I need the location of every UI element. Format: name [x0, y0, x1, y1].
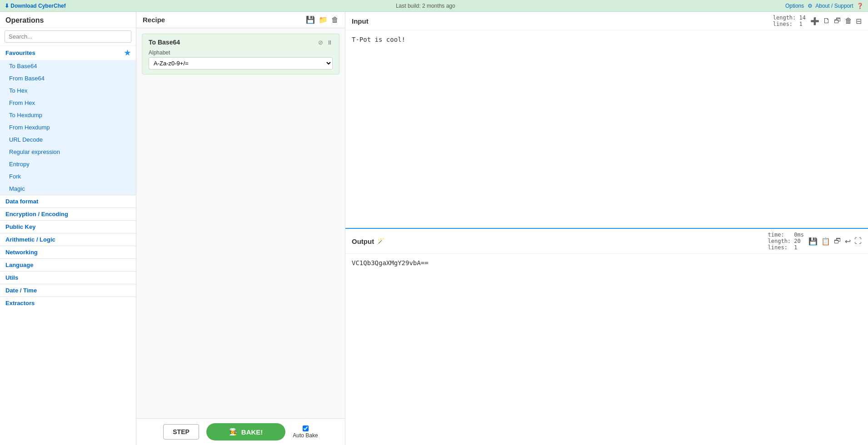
sidebar: Operations Favourites ★ To Base64 From B… — [0, 12, 136, 445]
output-icons: 💾 📋 🗗 ↩ ⛶ — [808, 237, 862, 246]
sidebar-item-magic[interactable]: Magic — [0, 183, 136, 195]
sidebar-item-entropy[interactable]: Entropy — [0, 158, 136, 170]
sidebar-item-regex[interactable]: Regular expression — [0, 146, 136, 158]
recipe-step-controls: ⊘ ⏸ — [318, 39, 333, 46]
category-networking[interactable]: Networking — [0, 246, 136, 258]
download-link[interactable]: ⬇ Download CyberChef — [5, 3, 66, 9]
copy-output-icon[interactable]: 📋 — [821, 237, 830, 246]
input-textarea[interactable]: T-Pot is cool! — [345, 30, 868, 228]
options-label[interactable]: Options — [785, 3, 804, 9]
recipe-step-header: To Base64 ⊘ ⏸ — [149, 39, 333, 46]
topbar-center: Last build: 2 months ago — [396, 3, 455, 9]
expand-output-icon[interactable]: 🗗 — [834, 237, 841, 246]
load-recipe-icon[interactable]: 📁 — [319, 15, 328, 24]
undo-output-icon[interactable]: ↩ — [845, 237, 851, 246]
recipe-panel: Recipe 💾 📁 🗑 To Base64 ⊘ ⏸ Alphabet — [136, 12, 345, 445]
input-header: Input length: 14 lines: 1 ➕ 🗋 🗗 🗑 ⊟ — [345, 12, 868, 30]
recipe-step-alphabet-field: Alphabet A-Za-z0-9+/= A-Za-z0-9-_ Custom — [149, 49, 333, 69]
topbar-right[interactable]: Options ⚙ About / Support ❓ — [785, 3, 863, 9]
clear-recipe-icon[interactable]: 🗑 — [331, 16, 339, 24]
favourites-label: Favourites — [5, 49, 35, 56]
sidebar-item-from-hexdump[interactable]: From Hexdump — [0, 121, 136, 134]
star-icon: ★ — [124, 49, 130, 57]
sidebar-item-from-base64[interactable]: From Base64 — [0, 72, 136, 84]
recipe-step-title: To Base64 — [149, 39, 180, 46]
save-recipe-icon[interactable]: 💾 — [306, 15, 315, 24]
category-encryption-encoding[interactable]: Encryption / Encoding — [0, 208, 136, 220]
bake-button[interactable]: 🧑‍🍳 BAKE! — [206, 423, 286, 440]
disable-step-icon[interactable]: ⊘ — [318, 39, 323, 46]
sidebar-item-url-decode[interactable]: URL Decode — [0, 134, 136, 146]
input-panel: Input length: 14 lines: 1 ➕ 🗋 🗗 🗑 ⊟ T-Po… — [345, 12, 868, 229]
alphabet-select[interactable]: A-Za-z0-9+/= A-Za-z0-9-_ Custom — [149, 57, 333, 69]
category-language[interactable]: Language — [0, 258, 136, 271]
gear-icon[interactable]: ⚙ — [808, 3, 813, 9]
autobake-area: Auto Bake — [293, 425, 318, 439]
build-info: Last build: 2 months ago — [396, 3, 455, 9]
input-icons: ➕ 🗋 🗗 🗑 ⊟ — [810, 17, 862, 25]
recipe-bottom: STEP 🧑‍🍳 BAKE! Auto Bake — [136, 418, 345, 445]
output-title: Output — [352, 237, 374, 245]
recipe-content: To Base64 ⊘ ⏸ Alphabet A-Za-z0-9+/= A-Za… — [136, 28, 345, 418]
input-title: Input — [352, 17, 369, 25]
sidebar-item-to-hex[interactable]: To Hex — [0, 84, 136, 97]
sidebar-item-to-hexdump[interactable]: To Hexdump — [0, 109, 136, 121]
recipe-title: Recipe — [143, 16, 165, 24]
input-length-meta: length: 14 lines: 1 — [773, 15, 806, 27]
category-utils[interactable]: Utils — [0, 271, 136, 284]
output-controls: time: 0ms length: 20 lines: 1 💾 📋 🗗 ↩ ⛶ — [768, 232, 862, 251]
output-content: VC1Qb3QgaXMgY29vbA== — [345, 254, 868, 445]
sidebar-item-from-hex[interactable]: From Hex — [0, 97, 136, 109]
alphabet-label: Alphabet — [149, 49, 333, 56]
output-panel: Output 🪄 time: 0ms length: 20 lines: 1 💾… — [345, 229, 868, 445]
category-public-key[interactable]: Public Key — [0, 220, 136, 233]
output-title-area: Output 🪄 — [352, 237, 384, 245]
main-layout: Operations Favourites ★ To Base64 From B… — [0, 12, 868, 445]
output-meta: time: 0ms length: 20 lines: 1 — [768, 232, 804, 251]
add-input-icon[interactable]: ➕ — [810, 17, 819, 25]
topbar: ⬇ Download CyberChef Last build: 2 month… — [0, 0, 868, 12]
search-input[interactable] — [5, 30, 131, 43]
topbar-left: ⬇ Download CyberChef — [5, 3, 66, 9]
category-data-format[interactable]: Data format — [0, 195, 136, 208]
favourites-section[interactable]: Favourites ★ — [0, 46, 136, 60]
layout-input-icon[interactable]: ⊟ — [856, 17, 862, 25]
sidebar-item-fork[interactable]: Fork — [0, 170, 136, 183]
output-header: Output 🪄 time: 0ms length: 20 lines: 1 💾… — [345, 229, 868, 254]
bake-icon: 🧑‍🍳 — [229, 428, 238, 436]
fullscreen-output-icon[interactable]: ⛶ — [854, 237, 862, 246]
search-box — [0, 28, 136, 46]
open-file-icon[interactable]: 🗋 — [823, 17, 830, 25]
recipe-header: Recipe 💾 📁 🗑 — [136, 12, 345, 28]
step-button[interactable]: STEP — [163, 424, 199, 440]
sidebar-item-to-base64[interactable]: To Base64 — [0, 60, 136, 72]
category-date-time[interactable]: Date / Time — [0, 284, 136, 297]
download-icon: ⬇ — [5, 3, 9, 9]
input-controls: length: 14 lines: 1 ➕ 🗋 🗗 🗑 ⊟ — [773, 15, 862, 27]
recipe-step-to-base64: To Base64 ⊘ ⏸ Alphabet A-Za-z0-9+/= A-Za… — [142, 34, 339, 74]
close-input-icon[interactable]: 🗗 — [834, 17, 841, 25]
pause-step-icon[interactable]: ⏸ — [327, 39, 333, 46]
help-icon[interactable]: ❓ — [857, 3, 863, 9]
magic-wand-icon[interactable]: 🪄 — [377, 237, 384, 245]
category-arithmetic-logic[interactable]: Arithmetic / Logic — [0, 233, 136, 246]
sidebar-title: Operations — [0, 12, 136, 28]
bake-label: BAKE! — [241, 428, 263, 436]
save-output-icon[interactable]: 💾 — [808, 237, 818, 246]
sidebar-list: Favourites ★ To Base64 From Base64 To He… — [0, 46, 136, 445]
category-extractors[interactable]: Extractors — [0, 297, 136, 309]
recipe-header-icons: 💾 📁 🗑 — [306, 15, 339, 24]
autobake-label: Auto Bake — [293, 432, 318, 439]
download-label: Download CyberChef — [10, 3, 65, 9]
about-label[interactable]: About / Support — [815, 3, 853, 9]
delete-input-icon[interactable]: 🗑 — [845, 17, 852, 25]
autobake-checkbox[interactable] — [303, 425, 309, 431]
right-panel: Input length: 14 lines: 1 ➕ 🗋 🗗 🗑 ⊟ T-Po… — [345, 12, 868, 445]
